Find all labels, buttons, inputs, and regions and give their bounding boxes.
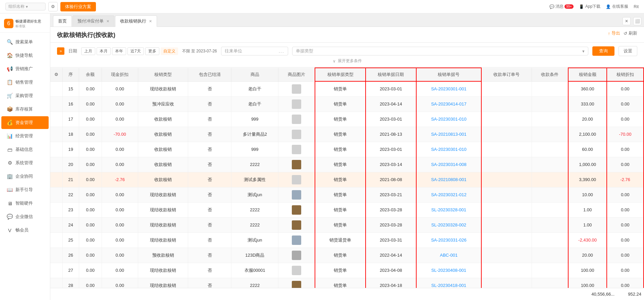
td-bill-no[interactable]: SL-20230328-002 — [416, 217, 481, 232]
tab-controls: ✕ ⬜ — [623, 17, 641, 27]
sidebar-item-capital[interactable]: 💰 资金管理 — [1, 116, 49, 129]
td-bill-no[interactable]: SL-20230408-001 — [416, 263, 481, 278]
date-btn-lastmonth[interactable]: 上月 — [81, 47, 95, 55]
query-btn[interactable]: 查询 — [592, 46, 614, 56]
industry-btn[interactable]: 体验行业方案 — [60, 2, 96, 11]
td-bill-no[interactable]: SA-20230321-012 — [416, 187, 481, 202]
expand-filter-btn[interactable]: » — [57, 47, 64, 55]
tab-restore-btn[interactable]: ⬜ — [633, 17, 641, 25]
sidebar-item-quicknav[interactable]: 🏠 快捷导航 — [1, 49, 49, 62]
td-goods: 999 — [231, 142, 278, 157]
tab-prepay-close[interactable]: ✕ — [106, 19, 109, 24]
sidebar-item-search[interactable]: 🔍 搜索菜单 — [1, 36, 49, 48]
setting-btn[interactable]: 设置 — [619, 46, 637, 56]
td-receipt-cond — [532, 157, 568, 172]
search-icon: 🔍 — [7, 39, 13, 45]
td-verify-type: 现结收款核销 — [138, 278, 188, 288]
td-settings — [50, 157, 62, 172]
td-bill-date: 2021-08-13 — [366, 127, 416, 142]
td-receipt-order — [481, 217, 532, 232]
td-bill-no[interactable]: SA-20230314-008 — [416, 157, 481, 172]
td-bill-no[interactable]: SL-20230418-001 — [416, 278, 481, 288]
td-verify-discount: 0.00 — [607, 187, 644, 202]
tab-home[interactable]: 首页 — [53, 15, 72, 27]
sidebar-item-system[interactable]: ⚙ 系统管理 — [1, 157, 49, 169]
tab-close-btn[interactable]: ✕ — [623, 17, 631, 25]
th-gear[interactable]: ⚙ — [50, 68, 62, 81]
table-row: 180.00-70.00收款核销否多计量商品2销货单2021-08-13SA-2… — [50, 127, 644, 142]
sidebar-item-inventory[interactable]: 📦 库存核算 — [1, 103, 49, 116]
sidebar-item-guide[interactable]: 📖 新手引导 — [1, 183, 49, 196]
td-goods: 衣服00001 — [231, 263, 278, 278]
td-bill-no[interactable]: SA-20230331-026 — [416, 232, 481, 248]
date-btn-7days[interactable]: 近7天 — [127, 47, 144, 55]
sidebar-item-hardware[interactable]: 🖥 智能硬件 — [1, 197, 49, 210]
td-goods-img — [278, 202, 315, 217]
td-balance: 0.00 — [79, 278, 102, 288]
export-btn[interactable]: ↑ 导出 — [608, 30, 621, 36]
date-btn-thisyear[interactable]: 本年 — [112, 47, 126, 55]
td-bill-no[interactable]: SA-20210808-001 — [416, 172, 481, 187]
td-bill-no[interactable]: SA-20210813-001 — [416, 127, 481, 142]
td-bill-type: 销货单 — [315, 81, 366, 96]
table-area: ⚙ 序 余额 现金折扣 核销类型 包含已结清 商品 商品图片 核销单据类型 核销… — [50, 68, 644, 300]
table-scroll[interactable]: ⚙ 序 余额 现金折扣 核销类型 包含已结清 商品 商品图片 核销单据类型 核销… — [50, 68, 644, 288]
sidebar-item-wechat[interactable]: 💬 企业微信 — [1, 210, 49, 223]
sidebar-item-label: 畅会员 — [15, 227, 29, 233]
sidebar-item-label: 智能硬件 — [15, 200, 33, 206]
td-bill-no[interactable]: SA-20230414-017 — [416, 96, 481, 112]
td-receipt-order — [481, 142, 532, 157]
sidebar-item-corp[interactable]: 🏢 企业协同 — [1, 170, 49, 183]
td-included: 否 — [188, 81, 231, 96]
message-btn[interactable]: 💬 消息 99+ — [549, 4, 574, 9]
td-bill-type: 销货单 — [315, 127, 366, 142]
td-seq: 25 — [62, 232, 79, 248]
date-btn-thismonth[interactable]: 本月 — [97, 47, 111, 55]
expand-more-row[interactable]: ∨ 展开更多条件 — [57, 56, 637, 64]
td-bill-no[interactable]: SL-20230328-001 — [416, 202, 481, 217]
td-bill-no[interactable]: ABC-001 — [416, 248, 481, 263]
app-download-btn[interactable]: 📱 App下载 — [579, 4, 600, 9]
type-filter[interactable]: 单据类型 ▾ — [292, 47, 588, 55]
td-included: 否 — [188, 96, 231, 112]
user-btn[interactable]: Rit — [634, 4, 639, 9]
td-bill-no[interactable]: SA-20230301-010 — [416, 112, 481, 127]
sidebar-item-member[interactable]: V 畅会员 — [1, 224, 49, 237]
sidebar-item-sales[interactable]: 📋 销售管理 — [1, 76, 49, 89]
settings-icon[interactable]: ⚙ — [48, 2, 58, 11]
tab-prepay[interactable]: 预付冲应付单 ✕ — [72, 15, 114, 27]
td-bill-date: 2022-04-14 — [366, 248, 416, 263]
sidebar-item-business[interactable]: 📊 经营管理 — [1, 130, 49, 142]
td-bill-type: 销货单 — [315, 217, 366, 232]
table-row: 260.000.00预收款核销否123D商品销货单2022-04-14ABC-0… — [50, 248, 644, 263]
td-settings — [50, 202, 62, 217]
refresh-btn[interactable]: ↺ 刷新 — [624, 30, 637, 36]
td-goods: 999 — [231, 112, 278, 127]
td-bill-no[interactable]: SA-20230301-001 — [416, 81, 481, 96]
unit-filter[interactable]: 往来单位 ... — [221, 47, 288, 55]
sidebar-item-purchase[interactable]: 🛒 采购管理 — [1, 89, 49, 102]
td-balance: 0.00 — [79, 263, 102, 278]
td-verify-type: 收款核销 — [138, 172, 188, 187]
table-row: 160.000.00预冲应应收否老白干销货单2023-04-14SA-20230… — [50, 96, 644, 112]
td-receipt-order — [481, 232, 532, 248]
sidebar-item-base[interactable]: 🗃 基础信息 — [1, 143, 49, 156]
tab-verify-close[interactable]: ✕ — [149, 19, 152, 24]
td-receipt-cond — [532, 172, 568, 187]
date-btn-custom[interactable]: 自定义 — [161, 47, 178, 55]
td-bill-date: 2023-03-01 — [366, 142, 416, 157]
td-goods-img — [278, 232, 315, 248]
td-verify-discount: 0.00 — [607, 96, 644, 112]
date-btn-more[interactable]: 更多 — [145, 47, 159, 55]
td-bill-no[interactable]: SA-20230301-010 — [416, 142, 481, 157]
td-verify-type: 收款核销 — [138, 142, 188, 157]
table-row: 200.000.00收款核销否2222销货单2023-03-14SA-20230… — [50, 157, 644, 172]
td-discount: 0.00 — [102, 217, 138, 232]
online-service-btn[interactable]: 👤 在线客服 — [606, 4, 628, 9]
tab-verify[interactable]: 收款核销执行 ✕ — [115, 15, 157, 27]
hardware-icon: 🖥 — [7, 201, 13, 206]
org-selector[interactable]: 组织名称 ▾ — [5, 3, 46, 10]
sidebar: 6 畅捷通谱好生意 标准版 🔍 搜索菜单 🏠 快捷导航 📢 营销推广 📋 销售管… — [0, 13, 50, 300]
sidebar-item-marketing[interactable]: 📢 营销推广 — [1, 62, 49, 75]
wechat-icon: 💬 — [7, 214, 13, 220]
